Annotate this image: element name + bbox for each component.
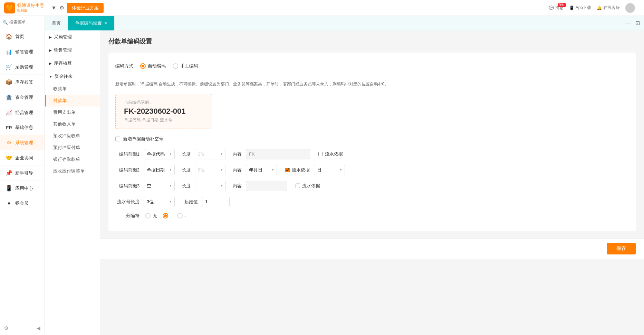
topbar-right: 💬 消息 99+ 📱 App下载 🔔 在线客服 ... (549, 3, 640, 13)
bottom-collapse-btn[interactable]: ◀ (37, 325, 40, 331)
auto-encode-radio[interactable] (140, 63, 146, 69)
sidebar-item-apps[interactable]: 📱 应用中心 (0, 181, 45, 196)
separator-dash-label: - (170, 213, 172, 218)
main-layout: 🔍 搜索菜单 🏠 首页 📊 销售管理 🛒 采购管理 📦 库存核算 🏦 资金管理 … (0, 16, 644, 335)
experience-button[interactable]: 体验行业方案 (67, 3, 104, 13)
topbar-nav[interactable]: ▼ ⚙ 体验行业方案 (51, 3, 104, 13)
sub-item-advance-recv[interactable]: 预收冲应收单 (45, 130, 100, 142)
sidebar-item-purchase[interactable]: 🛒 采购管理 (0, 59, 45, 75)
waterflow1-checkbox[interactable] (318, 152, 323, 156)
sidebar-item-label: 采购管理 (15, 64, 33, 70)
waterflow1-checkbox-label[interactable]: 流水依据 (318, 151, 343, 157)
waterflow3-checkbox-label[interactable]: 流水依据 (296, 183, 320, 189)
length3-select-wrapper[interactable] (195, 181, 226, 191)
app-download-item[interactable]: 📱 App下载 (569, 5, 591, 11)
length2-select[interactable]: 8位 (195, 165, 226, 175)
sidebar-item-label: 首页 (15, 34, 24, 40)
search-menu[interactable]: 🔍 搜索菜单 (0, 16, 45, 29)
prefix2-select[interactable]: 单据日期 部门 业务员 (144, 165, 175, 175)
separator-dash-radio[interactable] (163, 213, 168, 218)
sub-item-expense[interactable]: 费用支出单 (45, 106, 100, 118)
sales-icon: 📊 (6, 48, 12, 55)
tab-code-settings[interactable]: 单据编码设置 ✕ (68, 16, 115, 30)
online-service-item[interactable]: 🔔 在线客服 (597, 5, 620, 11)
tab-minimize-btn[interactable]: — (624, 18, 633, 28)
sub-item-advance-pay[interactable]: 预付冲应付单 (45, 142, 100, 153)
sidebar-item-sales[interactable]: 📊 销售管理 (0, 44, 45, 59)
sidebar-item-inventory[interactable]: 📦 库存核算 (0, 75, 45, 90)
sidebar-item-label: 畅会员 (15, 200, 29, 206)
tab-home-label: 首页 (52, 20, 61, 26)
sidebar-item-member[interactable]: ♦ 畅会员 (0, 196, 45, 211)
chevron-right-icon: ▶ (49, 62, 52, 65)
length2-select-wrapper[interactable]: 8位 (195, 165, 226, 175)
length1-select[interactable]: 2位 (195, 149, 226, 159)
nav-dropdown-icon[interactable]: ▼ (51, 5, 57, 11)
sub-group-purchase-header[interactable]: ▶ 采购管理 (45, 30, 100, 44)
serial-length-select[interactable]: 3位 4位 5位 (144, 197, 175, 207)
period-select[interactable]: 日 月 年 (314, 165, 345, 175)
user-avatar-item[interactable]: ... (625, 3, 640, 13)
content1-label: 内容 (233, 151, 242, 157)
separator-dash-option[interactable]: - (163, 213, 172, 218)
sidebar-item-system[interactable]: ⚙ 系统管理 (0, 135, 45, 150)
manual-encode-option[interactable]: 手工编码 (173, 63, 198, 69)
app-logo: 🧡 畅通道好生意 捡易版 (4, 2, 44, 13)
sidebar-item-guide[interactable]: 📌 新手引导 (0, 166, 45, 181)
sidebar-item-home[interactable]: 🏠 首页 (0, 29, 45, 44)
sub-item-payable-adj[interactable]: 应收应付调整单 (45, 165, 100, 177)
prefix1-select[interactable]: 单据代码 部门 业务员 (144, 149, 175, 159)
topbar: 🧡 畅通道好生意 捡易版 ▼ ⚙ 体验行业方案 💬 消息 99+ 📱 App下载… (0, 0, 644, 16)
apps-icon: 📱 (6, 185, 12, 192)
waterflow2-checkbox-label[interactable]: 流水依据 (285, 167, 310, 173)
chevron-right-icon: ▶ (49, 48, 52, 52)
sub-item-payment[interactable]: 付款单 (45, 95, 100, 106)
manual-encode-radio[interactable] (173, 63, 178, 69)
prefix1-select-wrapper[interactable]: 单据代码 部门 业务员 (144, 149, 175, 159)
serial-start-input[interactable] (202, 197, 230, 207)
sidebar-item-base[interactable]: ER 基础信息 (0, 120, 45, 135)
auto-encode-label: 自动编码 (148, 63, 166, 69)
sub-item-receive[interactable]: 收款单 (45, 83, 100, 95)
separator-dot-option[interactable]: . (177, 213, 186, 218)
sub-group-capital-header[interactable]: ▼ 资金往来 (45, 70, 100, 83)
autofill-checkbox[interactable] (115, 137, 120, 141)
sidebar-item-operation[interactable]: 📈 经营管理 (0, 105, 45, 120)
waterflow3-checkbox[interactable] (296, 184, 300, 188)
tab-close-icon[interactable]: ✕ (104, 21, 107, 26)
content1-input (246, 149, 310, 159)
sidebar-bottom: ⚙ ◀ (0, 321, 45, 335)
message-item[interactable]: 💬 消息 99+ (549, 5, 564, 11)
sidebar-item-coop[interactable]: 🤝 企业协同 (0, 150, 45, 166)
tab-home[interactable]: 首页 (45, 16, 68, 30)
serial-length-select-wrapper[interactable]: 3位 4位 5位 (144, 197, 175, 207)
sub-group-sales-header[interactable]: ▶ 销售管理 (45, 44, 100, 57)
separator-none-option[interactable]: 无 (145, 213, 157, 219)
encoding-method-label: 编码方式 (115, 63, 133, 69)
bottom-settings-btn[interactable]: ⚙ (4, 325, 9, 331)
separator-dot-radio[interactable] (177, 213, 183, 218)
length1-select-wrapper[interactable]: 2位 (195, 149, 226, 159)
content2-select[interactable]: 年月日 年月 年 (246, 165, 277, 175)
sidebar-item-finance[interactable]: 🏦 资金管理 (0, 90, 45, 105)
waterflow2-checkbox[interactable] (285, 168, 290, 172)
content2-select-wrapper[interactable]: 年月日 年月 年 (246, 165, 277, 175)
sidebar-item-label: 资金管理 (15, 94, 33, 101)
length3-select[interactable] (195, 181, 226, 191)
prefix3-select-wrapper[interactable]: 空 部门 业务员 (144, 181, 175, 191)
separator-none-radio[interactable] (145, 213, 151, 218)
sub-item-bank[interactable]: 银行存取款单 (45, 153, 100, 165)
prefix3-select[interactable]: 空 部门 业务员 (144, 181, 175, 191)
sub-group-purchase-label: 采购管理 (54, 34, 72, 40)
save-button[interactable]: 保存 (607, 243, 636, 254)
sub-item-other-income[interactable]: 其他收入单 (45, 118, 100, 130)
settings-icon[interactable]: ⚙ (59, 4, 64, 11)
sub-sidebar: ▶ 采购管理 ▶ 销售管理 ▶ 库存核算 (45, 30, 100, 335)
prefix2-select-wrapper[interactable]: 单据日期 部门 业务员 (144, 165, 175, 175)
auto-encode-option[interactable]: 自动编码 (140, 63, 166, 69)
sub-group-inventory: ▶ 库存核算 (45, 57, 100, 70)
sub-group-inventory-header[interactable]: ▶ 库存核算 (45, 57, 100, 70)
period-select-wrapper[interactable]: 日 月 年 (314, 165, 345, 175)
autofill-row: 新增单据自动补空号 (115, 136, 629, 142)
tab-maximize-btn[interactable]: ⊡ (634, 18, 641, 28)
